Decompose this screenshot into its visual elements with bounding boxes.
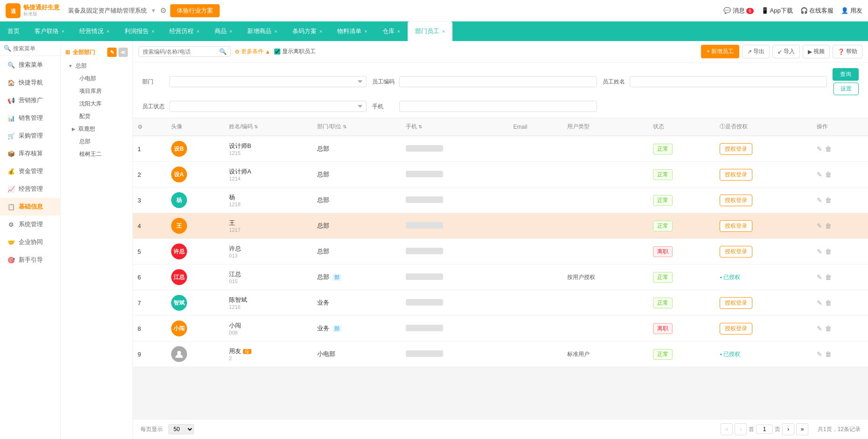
edit-icon[interactable]: ✎ [817,171,822,178]
edit-icon[interactable]: ✎ [817,145,822,153]
edit-icon[interactable]: ✎ [817,248,822,255]
nav-tab-物料清单[interactable]: 物料清单× [330,21,375,41]
delete-icon[interactable]: 🗑 [825,350,832,358]
delete-icon[interactable]: 🗑 [825,273,832,281]
experience-button[interactable]: 体验行业方案 [170,4,220,17]
nav-tab-经营情况[interactable]: 经营情况× [72,21,117,41]
all-dept-label[interactable]: 全部部门 [73,49,95,56]
nav-tab-商品[interactable]: 商品× [207,21,240,41]
nav-tab-首页[interactable]: 首页 [0,21,27,41]
last-page-btn[interactable]: » [796,423,808,435]
query-button[interactable]: 查询 [833,68,859,81]
edit-icon[interactable]: ✎ [817,325,822,332]
set-button[interactable]: 设置 [833,83,859,95]
sidebar-item-采购管理[interactable]: 🛒 采购管理 [0,127,60,145]
close-tab-icon[interactable]: × [364,28,367,34]
online-service-button[interactable]: 🎧 在线客服 [800,7,834,15]
sidebar-item-新手引导[interactable]: 🎯 新手引导 [0,251,60,269]
nav-tab-新增商品[interactable]: 新增商品× [240,21,285,41]
close-tab-icon[interactable]: × [229,28,232,34]
dropdown-arrow-icon[interactable]: ▼ [151,7,156,14]
sidebar-search-input[interactable] [13,45,56,52]
edit-icon[interactable]: ✎ [817,222,822,230]
sidebar-item-企业协同[interactable]: 🤝 企业协同 [0,233,60,251]
nav-tab-仓库[interactable]: 仓库× [375,21,408,41]
tree-collapse-btn[interactable]: ≪ [118,48,128,57]
col-[interactable]: 手机 [401,118,509,136]
nav-tab-部门员工[interactable]: 部门员工× [408,21,452,41]
auth-button[interactable]: 授权登录 [720,169,752,181]
edit-icon[interactable]: ✎ [817,196,822,204]
delete-icon[interactable]: 🗑 [825,299,832,307]
sidebar-item-基础信息[interactable]: 📋 基础信息 [0,198,60,216]
auth-button[interactable]: 授权登录 [720,220,752,232]
search-box[interactable]: 🔍 [139,46,231,57]
dept-select[interactable] [169,76,367,87]
close-tab-icon[interactable]: × [442,28,445,34]
delete-icon[interactable]: 🗑 [825,196,832,204]
delete-icon[interactable]: 🗑 [825,145,832,153]
delete-icon[interactable]: 🗑 [825,325,832,332]
video-button[interactable]: ▶ 视频 [803,45,830,58]
tree-item-沈阳大库[interactable]: 沈阳大库 [61,98,132,110]
export-button[interactable]: ↗ 导出 [742,45,770,58]
table-row[interactable]: 2设A设计师A1214总部正常授权登录 ✎ 🗑 [133,162,868,188]
tree-item-小电部[interactable]: 小电部 [61,72,132,85]
tree-item-总部[interactable]: 总部 [61,135,132,148]
close-tab-icon[interactable]: × [397,28,400,34]
tree-item-项目库房[interactable]: 项目库房 [61,85,132,98]
empname-input[interactable] [630,76,827,87]
phone-input[interactable] [399,101,597,112]
tree-edit-btn[interactable]: ✎ [107,48,117,57]
sidebar-item-快捷导航[interactable]: 🏠 快捷导航 [0,74,60,91]
nav-tab-条码方案[interactable]: 条码方案× [285,21,330,41]
sidebar-item-系统管理[interactable]: ⚙ 系统管理 [0,216,60,233]
table-row[interactable]: 9用友 应2小电部标准用户正常已授权 ✎ 🗑 [133,341,868,367]
nav-tab-利润报告[interactable]: 利润报告× [117,21,162,41]
sidebar-item-销售管理[interactable]: 📊 销售管理 [0,109,60,127]
auth-button[interactable]: 授权登录 [720,297,752,309]
sidebar-item-资金管理[interactable]: 💰 资金管理 [0,162,60,180]
close-tab-icon[interactable]: × [319,28,322,34]
app-download-button[interactable]: 📱 App下载 [761,7,793,15]
user-avatar[interactable]: 👤 用友 [841,7,862,15]
col-[interactable]: 姓名/编码 [224,118,312,136]
close-tab-icon[interactable]: × [62,28,64,34]
next-page-btn[interactable]: › [782,423,794,435]
delete-icon[interactable]: 🗑 [825,248,832,255]
first-page-btn[interactable]: « [721,423,733,435]
table-row[interactable]: 3杨杨1218总部正常授权登录 ✎ 🗑 [133,188,868,213]
table-row[interactable]: 5许总许总013总部离职授权登录 ✎ 🗑 [133,239,868,265]
add-employee-button[interactable]: + 新增员工 [701,45,739,58]
sidebar-search-box[interactable]: 🔍 [0,41,60,56]
delete-icon[interactable]: 🗑 [825,222,832,230]
edit-icon[interactable]: ✎ [817,273,822,281]
empcode-input[interactable] [399,76,597,87]
tree-item-双鹿想[interactable]: ▶双鹿想 [61,123,132,135]
sidebar-item-库存核算[interactable]: 📦 库存核算 [0,145,60,162]
tree-item-植树王二[interactable]: 植树王二 [61,148,132,160]
close-tab-icon[interactable]: × [106,28,109,34]
close-tab-icon[interactable]: × [152,28,154,34]
tree-item-配货[interactable]: 配货 [61,110,132,123]
table-row[interactable]: 1设B设计师B1215总部正常授权登录 ✎ 🗑 [133,136,868,162]
nav-tab-经营历程[interactable]: 经营历程× [162,21,207,41]
col-[interactable]: 部门/职位 [312,118,401,136]
table-row[interactable]: 8小闯小闯008业务 部离职授权登录 ✎ 🗑 [133,316,868,341]
nav-tab-客户联络[interactable]: 客户联络× [27,21,72,41]
page-size-select[interactable]: 102050100 [168,424,194,434]
table-row[interactable]: 7智斌陈智斌1216业务正常授权登录 ✎ 🗑 [133,290,868,316]
sidebar-item-经营管理[interactable]: 📈 经营管理 [0,180,60,198]
auth-button[interactable]: 授权登录 [720,143,752,155]
import-button[interactable]: ↙ 导入 [772,45,800,58]
message-button[interactable]: 💬 消息 6 [723,7,754,15]
auth-button[interactable]: 授权登录 [720,323,752,334]
empstatus-select[interactable] [169,101,367,112]
close-tab-icon[interactable]: × [196,28,199,34]
auth-button[interactable]: 授权登录 [720,246,752,258]
edit-icon[interactable]: ✎ [817,350,822,358]
sidebar-item-搜索菜单[interactable]: 🔍 搜索菜单 [0,56,60,74]
gear-icon[interactable]: ⚙ [160,6,167,15]
delete-icon[interactable]: 🗑 [825,171,832,178]
prev-page-btn[interactable]: ‹ [735,423,747,435]
